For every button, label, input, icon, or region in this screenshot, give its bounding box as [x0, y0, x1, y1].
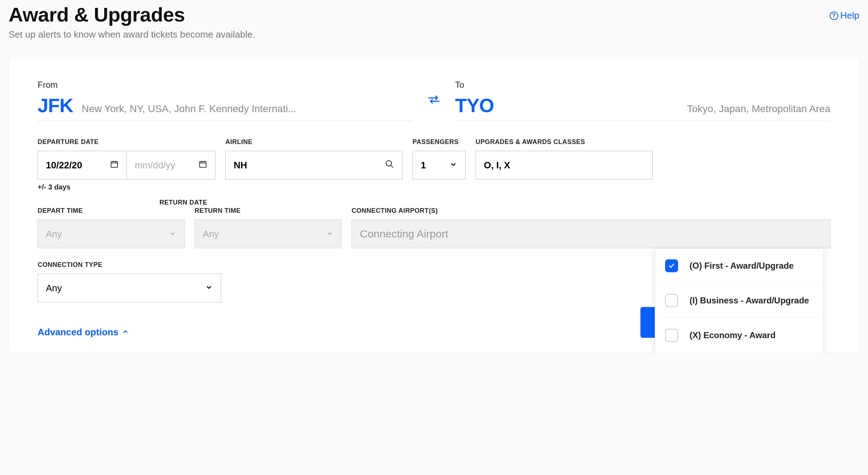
connection-type-select[interactable]: Any — [38, 274, 221, 302]
airline-value: NH — [234, 160, 247, 171]
passengers-label: PASSENGERS — [412, 138, 466, 146]
class-option-economy[interactable]: (X) Economy - Award — [655, 318, 823, 352]
airline-label: AIRLINE — [225, 138, 402, 146]
to-airport-code: TYO — [455, 94, 494, 116]
class-option-business[interactable]: (I) Business - Award/Upgrade — [655, 283, 823, 318]
chevron-down-icon — [449, 160, 457, 171]
advanced-options-label: Advanced options — [38, 327, 118, 338]
svg-point-2 — [386, 160, 391, 166]
return-date-placeholder: mm/dd/yy — [135, 160, 175, 171]
search-icon — [385, 159, 394, 171]
help-icon: ? — [830, 11, 838, 20]
chevron-down-icon — [326, 229, 333, 240]
svg-rect-0 — [111, 162, 118, 167]
airline-input[interactable]: NH — [225, 151, 402, 179]
return-time-label: RETURN TIME — [195, 207, 342, 215]
chevron-down-icon — [205, 283, 213, 294]
connecting-airports-label: CONNECTING AIRPORT(S) — [352, 207, 830, 215]
to-airport-input[interactable]: TYO Tokyo, Japan, Metropolitan Area — [455, 94, 830, 121]
svg-rect-1 — [200, 162, 206, 167]
classes-value: O, I, X — [484, 160, 510, 171]
swap-icon[interactable] — [427, 80, 441, 106]
return-time-value: Any — [203, 229, 219, 240]
connection-type-label: CONNECTION TYPE — [38, 261, 221, 269]
checkbox-checked-icon — [665, 259, 678, 272]
class-option-first[interactable]: (O) First - Award/Upgrade — [655, 249, 823, 283]
passengers-value: 1 — [421, 160, 426, 171]
departure-date-label: DEPARTURE DATE — [38, 138, 215, 146]
to-label: To — [455, 80, 830, 90]
passengers-select[interactable]: 1 — [412, 151, 466, 179]
return-date-label: RETURN DATE — [159, 199, 207, 206]
checkbox-unchecked-icon — [665, 294, 678, 307]
connecting-airport-input[interactable]: Connecting Airport — [352, 220, 830, 248]
classes-label: UPGRADES & AWARDS CLASSES — [476, 138, 653, 146]
classes-select[interactable]: O, I, X — [476, 151, 653, 179]
classes-dropdown-panel: (O) First - Award/Upgrade (I) Business -… — [655, 248, 823, 352]
class-option-label: (O) First - Award/Upgrade — [690, 260, 794, 271]
help-link[interactable]: ? Help — [830, 10, 859, 21]
calendar-icon — [199, 160, 207, 171]
from-airport-input[interactable]: JFK New York, NY, USA, John F. Kennedy I… — [38, 94, 413, 121]
connection-type-value: Any — [46, 283, 62, 294]
depart-time-select[interactable]: Any — [38, 220, 185, 248]
depart-time-value: Any — [46, 229, 62, 240]
from-airport-code: JFK — [38, 94, 73, 116]
departure-date-value: 10/22/20 — [46, 160, 82, 171]
page-subtitle: Set up alerts to know when award tickets… — [9, 29, 255, 40]
departure-date-input[interactable]: 10/22/20 — [38, 151, 127, 179]
page-title: Award & Upgrades — [9, 3, 255, 26]
checkbox-unchecked-icon — [665, 329, 678, 342]
connecting-airport-placeholder: Connecting Airport — [360, 228, 448, 240]
return-date-input[interactable]: mm/dd/yy — [127, 151, 215, 179]
chevron-up-icon — [122, 327, 129, 338]
to-airport-desc: Tokyo, Japan, Metropolitan Area — [502, 103, 830, 115]
help-label: Help — [840, 10, 859, 21]
date-flex-note: +/- 3 days — [38, 183, 215, 191]
search-card: From JFK New York, NY, USA, John F. Kenn… — [9, 58, 859, 352]
calendar-icon — [110, 160, 119, 171]
chevron-down-icon — [169, 229, 176, 240]
return-time-select[interactable]: Any — [195, 220, 342, 248]
from-label: From — [38, 80, 413, 90]
from-airport-desc: New York, NY, USA, John F. Kennedy Inter… — [82, 103, 413, 115]
class-option-label: (X) Economy - Award — [690, 330, 776, 341]
class-option-label: (I) Business - Award/Upgrade — [690, 295, 809, 306]
